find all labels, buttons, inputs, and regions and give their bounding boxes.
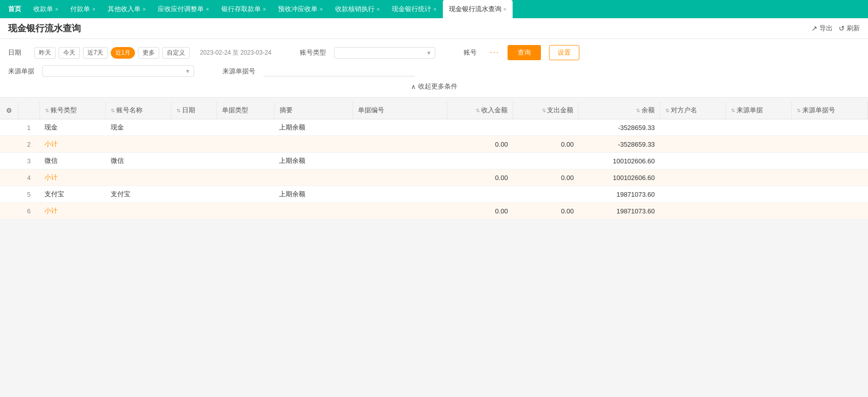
nav-tab-payment[interactable]: 付款单 ×	[64, 0, 101, 18]
row-expense	[513, 186, 579, 203]
account-type-select[interactable]: ▾	[334, 47, 435, 59]
settings-button[interactable]: 设置	[549, 45, 579, 60]
row-summary: 上期余额	[274, 186, 353, 203]
expense-column-header[interactable]: ⇅ 支出金额	[513, 102, 579, 119]
close-icon[interactable]: ×	[143, 6, 146, 12]
row-date	[171, 186, 217, 203]
filter-area: 日期 昨天 今天 近7天 近1月 更多 自定义 2023-02-24 至 202…	[0, 39, 868, 98]
balance-column-header[interactable]: ⇅ 余额	[579, 102, 660, 119]
date-btn-custom[interactable]: 自定义	[162, 47, 190, 59]
close-icon[interactable]: ×	[433, 6, 436, 12]
page-header: 现金银行流水查询 ↗ 导出 ↺ 刷新	[0, 18, 868, 39]
date-btn-today[interactable]: 今天	[59, 47, 80, 59]
account-type-column-header[interactable]: ⇅ 账号类型	[39, 102, 105, 119]
source-doc-no-input[interactable]	[263, 66, 415, 76]
close-icon[interactable]: ×	[55, 6, 58, 12]
row-income: 0.00	[447, 203, 513, 219]
table-row[interactable]: 6小计0.000.0019871073.60	[0, 203, 868, 219]
account-type-label: 账号类型	[300, 48, 326, 57]
row-balance: 100102606.60	[579, 153, 660, 169]
export-icon: ↗	[811, 24, 817, 32]
nav-tab-adjustment[interactable]: 应收应付调整单 ×	[152, 0, 215, 18]
nav-tab-prepay[interactable]: 预收冲应收单 ×	[272, 0, 329, 18]
row-account-type: 现金	[39, 119, 105, 136]
date-btn-1month[interactable]: 近1月	[111, 47, 135, 59]
account-ellipsis-button[interactable]: ···	[490, 48, 499, 57]
table-row[interactable]: 4小计0.000.00100102606.60	[0, 169, 868, 186]
account-name-column-header[interactable]: ⇅ 账号名称	[106, 102, 171, 119]
date-btn-more[interactable]: 更多	[138, 47, 159, 59]
row-index: 4	[18, 169, 39, 186]
doc-no-column-header: 单据编号	[353, 102, 447, 119]
settings-column-header[interactable]: ⚙	[0, 102, 18, 119]
row-checkbox	[0, 169, 18, 186]
row-date	[171, 169, 217, 186]
row-counterparty	[660, 119, 725, 136]
row-account-type: 小计	[39, 169, 105, 186]
nav-tab-verify[interactable]: 收款核销执行 ×	[329, 0, 386, 18]
row-income: 0.00	[447, 136, 513, 153]
row-doc-type	[217, 203, 275, 219]
row-index: 2	[18, 136, 39, 153]
counterparty-column-header[interactable]: ⇅ 对方户名	[660, 102, 725, 119]
nav-tab-other-income[interactable]: 其他收入单 ×	[102, 0, 152, 18]
source-doc-no-column-header[interactable]: ⇅ 来源单据号	[792, 102, 868, 119]
export-button[interactable]: ↗ 导出	[811, 24, 833, 33]
row-index: 5	[18, 186, 39, 203]
row-account-name	[106, 136, 171, 153]
date-column-header[interactable]: ⇅ 日期	[171, 102, 217, 119]
nav-tab-receipt[interactable]: 收款单 ×	[27, 0, 64, 18]
row-income	[447, 153, 513, 169]
sort-icon: ⇅	[797, 108, 802, 113]
collapse-label: 收起更多条件	[418, 82, 458, 91]
row-source-doc	[726, 136, 792, 153]
row-income	[447, 119, 513, 136]
date-label: 日期	[8, 48, 26, 57]
row-date	[171, 136, 217, 153]
collapse-bar[interactable]: ∧ 收起更多条件	[8, 82, 860, 91]
row-account-name	[106, 203, 171, 219]
table-header-row: ⚙ ⇅ 账号类型 ⇅ 账号名称 ⇅ 日期 单据类型 摘要 单据编	[0, 102, 868, 119]
nav-tab-stats[interactable]: 现金银行统计 ×	[386, 0, 442, 18]
source-doc-column-header[interactable]: ⇅ 来源单据	[726, 102, 792, 119]
close-icon[interactable]: ×	[504, 6, 507, 12]
close-icon[interactable]: ×	[92, 6, 95, 12]
query-button[interactable]: 查询	[508, 45, 541, 60]
row-balance: 19871073.60	[579, 203, 660, 219]
date-btn-7days[interactable]: 近7天	[83, 47, 108, 59]
close-icon[interactable]: ×	[319, 6, 323, 12]
source-doc-no-label: 来源单据号	[222, 67, 255, 76]
account-label: 账号	[464, 48, 482, 57]
doc-type-column-header: 单据类型	[217, 102, 275, 119]
table-row[interactable]: 3微信微信上期余额100102606.60	[0, 153, 868, 169]
close-icon[interactable]: ×	[206, 6, 209, 12]
row-doc-no	[353, 169, 447, 186]
close-icon[interactable]: ×	[263, 6, 266, 12]
row-summary: 上期余额	[274, 153, 353, 169]
refresh-button[interactable]: ↺ 刷新	[839, 24, 860, 33]
row-account-type: 小计	[39, 203, 105, 219]
close-icon[interactable]: ×	[377, 6, 380, 12]
income-column-header[interactable]: ⇅ 收入金额	[447, 102, 513, 119]
source-doc-select[interactable]: ▾	[42, 65, 194, 77]
sort-icon: ⇅	[111, 108, 116, 113]
row-account-name: 现金	[106, 119, 171, 136]
date-btn-yesterday[interactable]: 昨天	[34, 47, 56, 59]
nav-tab-flow-query[interactable]: 现金银行流水查询 ×	[443, 0, 513, 18]
row-source-doc-no	[792, 119, 868, 136]
row-date	[171, 119, 217, 136]
row-doc-no	[353, 186, 447, 203]
row-balance: -3528659.33	[579, 119, 660, 136]
filter-row-source: 来源单据 ▾ 来源单据号	[8, 65, 860, 77]
table-body: 1现金现金上期余额-3528659.332小计0.000.00-3528659.…	[0, 119, 868, 219]
table-row[interactable]: 2小计0.000.00-3528659.33	[0, 136, 868, 153]
table-row[interactable]: 1现金现金上期余额-3528659.33	[0, 119, 868, 136]
row-expense: 0.00	[513, 203, 579, 219]
nav-tab-home[interactable]: 首页	[2, 0, 27, 18]
chevron-down-icon: ▾	[427, 49, 431, 57]
table-row[interactable]: 5支付宝支付宝上期余额19871073.60	[0, 186, 868, 203]
row-source-doc	[726, 186, 792, 203]
sort-icon: ⇅	[542, 108, 547, 113]
nav-tab-bank-deposit[interactable]: 银行存取款单 ×	[215, 0, 272, 18]
row-source-doc-no	[792, 153, 868, 169]
